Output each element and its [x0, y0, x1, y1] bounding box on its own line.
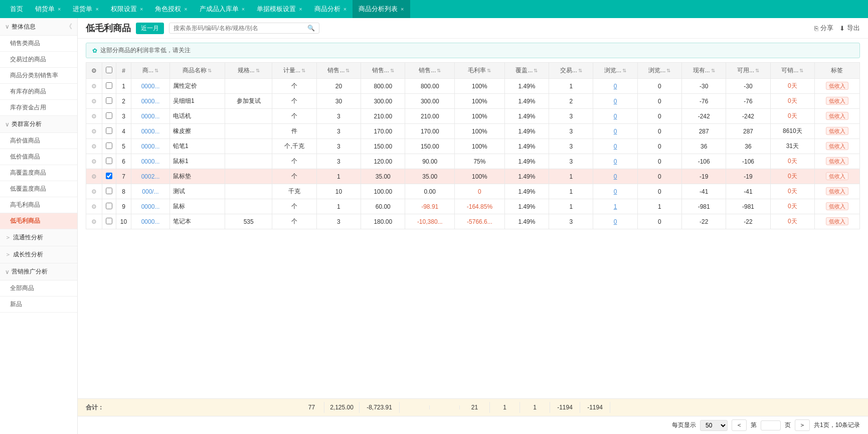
- row-check[interactable]: [102, 94, 116, 109]
- close-permission-icon[interactable]: ×: [140, 6, 143, 12]
- search-icon[interactable]: 🔍: [307, 25, 315, 32]
- nav-product-entry[interactable]: 产成品入库单 ×: [194, 0, 251, 18]
- row-view1[interactable]: 1: [593, 199, 637, 214]
- row-settings[interactable]: ⚙: [86, 79, 102, 94]
- row-settings[interactable]: ⚙: [86, 214, 102, 229]
- sidebar-group-header-overall[interactable]: ∨ 整体信息 《: [0, 18, 77, 36]
- export-button[interactable]: ⬇ 导出: [839, 24, 860, 33]
- sidebar-group-header-marketing[interactable]: ∨ 营销推广分析: [0, 263, 77, 280]
- sort-arrows-sales-profit[interactable]: ⇅: [437, 68, 441, 73]
- nav-goods-analysis-list[interactable]: 商品分析列表 ×: [353, 0, 410, 18]
- sort-arrows-code[interactable]: ⇅: [154, 68, 158, 73]
- row-check[interactable]: [102, 199, 116, 214]
- row-settings[interactable]: ⚙: [86, 169, 102, 184]
- row-settings[interactable]: ⚙: [86, 124, 102, 139]
- sort-arrows-unit[interactable]: ⇅: [301, 68, 305, 73]
- row-view1[interactable]: 0: [593, 214, 637, 229]
- sort-arrows-current-stock[interactable]: ⇅: [711, 68, 715, 73]
- sidebar-item-high-margin[interactable]: 高毛利商品: [0, 197, 77, 213]
- sidebar-item-all-goods[interactable]: 全部商品: [0, 280, 77, 297]
- sort-arrows-name[interactable]: ⇅: [208, 68, 212, 73]
- search-input[interactable]: [173, 25, 305, 32]
- sort-arrows-available[interactable]: ⇅: [755, 68, 759, 73]
- sidebar-item-new-goods[interactable]: 新品: [0, 297, 77, 313]
- sort-arrows-spec[interactable]: ⇅: [256, 68, 260, 73]
- sidebar-item-stock-funds[interactable]: 库存资金占用: [0, 100, 77, 116]
- date-filter-button[interactable]: 近一月: [136, 23, 164, 34]
- sidebar-group-header-flow[interactable]: ＞ 流通性分析: [0, 229, 77, 246]
- row-checkbox[interactable]: [106, 97, 112, 104]
- nav-purchase-order[interactable]: 进货单 ×: [67, 0, 104, 18]
- sidebar-item-traded-goods[interactable]: 交易过的商品: [0, 52, 77, 68]
- row-check[interactable]: [102, 154, 116, 169]
- sidebar-item-sales-goods[interactable]: 销售类商品: [0, 36, 77, 52]
- sidebar-group-header-growth[interactable]: ＞ 成长性分析: [0, 246, 77, 263]
- sort-arrows-transaction[interactable]: ⇅: [578, 68, 582, 73]
- sidebar-item-low-coverage[interactable]: 低覆盖度商品: [0, 181, 77, 197]
- row-settings[interactable]: ⚙: [86, 184, 102, 199]
- nav-role-auth[interactable]: 角色授权 ×: [149, 0, 193, 18]
- row-view1[interactable]: 0: [593, 109, 637, 124]
- close-template-settings-icon[interactable]: ×: [299, 6, 302, 12]
- sidebar-item-high-value[interactable]: 高价值商品: [0, 133, 77, 149]
- sidebar-collapse-icon[interactable]: 《: [66, 22, 72, 31]
- row-checkbox[interactable]: [106, 203, 112, 209]
- row-view1[interactable]: 0: [593, 154, 637, 169]
- row-view1[interactable]: 0: [593, 184, 637, 199]
- row-check[interactable]: [102, 79, 116, 94]
- nav-home[interactable]: 首页: [4, 0, 29, 18]
- sidebar-item-category-sales-rate[interactable]: 商品分类别销售率: [0, 68, 77, 84]
- col-settings[interactable]: ⚙: [86, 63, 102, 79]
- row-settings[interactable]: ⚙: [86, 199, 102, 214]
- share-button[interactable]: ⎘ 分享: [814, 24, 833, 33]
- row-settings[interactable]: ⚙: [86, 139, 102, 154]
- row-settings[interactable]: ⚙: [86, 109, 102, 124]
- page-number-input[interactable]: 1: [761, 420, 781, 430]
- row-checkbox[interactable]: [106, 173, 112, 179]
- sort-arrows-sales-qty[interactable]: ⇅: [345, 68, 350, 73]
- sidebar-item-high-coverage[interactable]: 高覆盖度商品: [0, 165, 77, 181]
- close-purchase-order-icon[interactable]: ×: [95, 6, 98, 12]
- nav-permission[interactable]: 权限设置 ×: [105, 0, 149, 18]
- row-check[interactable]: [102, 139, 116, 154]
- sort-arrows-view1[interactable]: ⇅: [622, 68, 626, 73]
- close-product-entry-icon[interactable]: ×: [242, 6, 245, 12]
- sort-arrows-view2[interactable]: ⇅: [666, 68, 670, 73]
- row-view1[interactable]: 0: [593, 169, 637, 184]
- sidebar-group-header-cluster[interactable]: ∨ 类群富分析: [0, 116, 77, 133]
- close-goods-analysis-icon[interactable]: ×: [343, 6, 346, 12]
- row-checkbox[interactable]: [106, 127, 112, 134]
- row-check[interactable]: [102, 184, 116, 199]
- sort-arrows-gross-margin[interactable]: ⇅: [487, 68, 491, 73]
- select-all-checkbox[interactable]: [106, 67, 112, 73]
- row-checkbox[interactable]: [106, 218, 112, 224]
- sidebar-item-low-margin[interactable]: 低毛利商品: [0, 213, 77, 229]
- close-goods-analysis-list-icon[interactable]: ×: [401, 6, 404, 12]
- row-view1[interactable]: 0: [593, 79, 637, 94]
- row-settings[interactable]: ⚙: [86, 154, 102, 169]
- sort-arrows-coverage[interactable]: ⇅: [534, 68, 538, 73]
- row-checkbox[interactable]: [106, 142, 112, 149]
- row-checkbox[interactable]: [106, 188, 112, 194]
- row-settings[interactable]: ⚙: [86, 94, 102, 109]
- close-role-auth-icon[interactable]: ×: [184, 6, 187, 12]
- row-view1[interactable]: 0: [593, 124, 637, 139]
- page-size-select[interactable]: 50 100 200: [700, 420, 728, 431]
- sidebar-item-in-stock-goods[interactable]: 有库存的商品: [0, 84, 77, 100]
- close-sales-order-icon[interactable]: ×: [58, 6, 61, 12]
- sort-arrows-sales-amt[interactable]: ⇅: [390, 68, 394, 73]
- row-check[interactable]: [102, 214, 116, 229]
- sidebar-item-low-value[interactable]: 低价值商品: [0, 149, 77, 165]
- next-page-button[interactable]: ＞: [795, 419, 810, 431]
- prev-page-button[interactable]: ＜: [732, 419, 747, 431]
- col-check[interactable]: [102, 63, 116, 79]
- row-checkbox[interactable]: [106, 82, 112, 89]
- row-check[interactable]: [102, 109, 116, 124]
- row-check[interactable]: [102, 169, 116, 184]
- row-checkbox[interactable]: [106, 112, 112, 119]
- nav-sales-order[interactable]: 销货单 ×: [29, 0, 67, 18]
- row-view1[interactable]: 0: [593, 94, 637, 109]
- sort-arrows-saleable[interactable]: ⇅: [799, 68, 803, 73]
- nav-template-settings[interactable]: 单据模板设置 ×: [251, 0, 308, 18]
- row-checkbox[interactable]: [106, 158, 112, 164]
